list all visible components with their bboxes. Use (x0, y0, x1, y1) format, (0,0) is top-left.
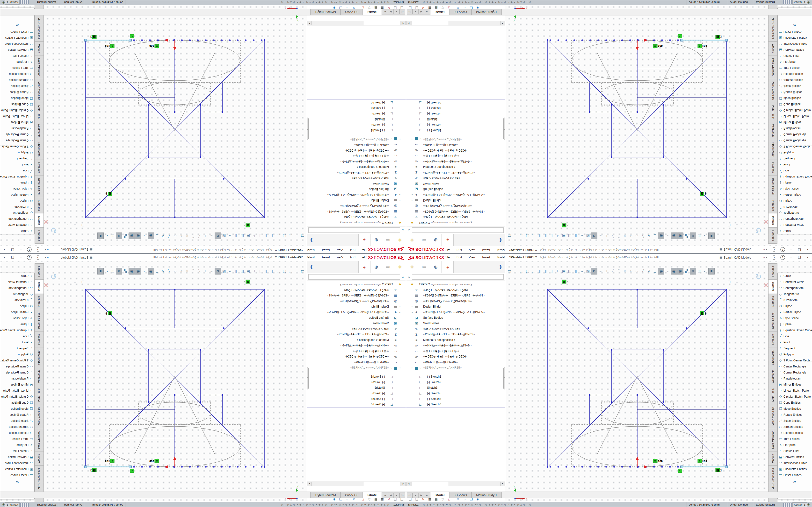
feature-manager-tab[interactable]: ⊕ (430, 261, 442, 273)
tree-row[interactable]: ∟ Sketch3 (307, 385, 406, 390)
feature-manager-tab[interactable]: ❖ (406, 261, 418, 273)
display-toolbar-icon[interactable]: ▦ (373, 497, 379, 502)
user-account-icon[interactable]: ◔ (772, 247, 776, 252)
tab-nav-icon[interactable]: ⏭ (424, 9, 430, 14)
menu-item[interactable]: Insert (318, 246, 333, 253)
feature-manager-tab[interactable]: ❖ (406, 234, 418, 246)
tree-row[interactable]: ∟ (-) Sketch4 (307, 396, 406, 401)
sketch-tool-item[interactable]: ∿ Style Spline (0, 315, 34, 321)
tree-row[interactable]: ∟ (-) Sketch5 (307, 111, 406, 117)
sketch-tool-item[interactable]: ❐ Move Entities (0, 406, 34, 412)
sketch-tool-item[interactable]: ⫍ Offset Entities (0, 472, 34, 478)
sketch-tool-item[interactable]: ▭ Center Rectangle (778, 137, 812, 144)
sketch-tool-item[interactable]: # Segment (778, 156, 812, 162)
sketch-tool-item[interactable]: ∿ Fit Spline (0, 442, 34, 448)
sketch-tool-item[interactable]: ⌒ 3 Point Arc (0, 297, 34, 303)
expand-arrow-icon[interactable]: ▸ (411, 305, 414, 308)
command-tab[interactable]: MBD Dimensions (768, 15, 777, 42)
close-button[interactable]: × (1, 247, 8, 252)
display-toolbar-icon[interactable]: ✎ (386, 497, 392, 502)
display-toolbar-icon[interactable]: ☰ (427, 497, 433, 502)
expand-arrow-icon[interactable]: ▸ (398, 311, 401, 314)
tree-row[interactable]: ⌙ ○ИN◦6Ɛ◦ʟ◎○◦○◎ʟ◦Ɛ6◦ИN○ (406, 359, 505, 365)
sketch-tool-item[interactable]: ◖ Partial Ellipse (0, 192, 34, 198)
document-tab[interactable]: Motion Study 1 (310, 492, 341, 498)
pin-icon[interactable]: ✦ (306, 248, 309, 252)
sketch-tool-item[interactable]: ∿ Fit Spline (778, 442, 812, 448)
command-tab[interactable]: Sketch (768, 213, 777, 228)
display-toolbar-icon[interactable]: ☰ (427, 5, 433, 10)
tree-horizontal-scrollbar[interactable]: ◀ ▶ (406, 481, 505, 486)
sketch-tool-item[interactable]: ◇ 3 Point Center Recta... (0, 357, 34, 363)
command-tab[interactable]: Mesh Modeling (768, 404, 777, 428)
custom-dropdown[interactable]: Custom ▴ (5, 502, 19, 507)
tree-filter-input[interactable] (308, 227, 400, 233)
tree-row[interactable]: ∟ (-) Sketch1 (406, 374, 505, 379)
help-icon[interactable]: ? (27, 255, 32, 260)
tree-row[interactable]: ◪ Surface Bodies (406, 187, 505, 192)
tree-row[interactable]: ▱ ○✛Ɔ5Ɔ◦ʟ○※◉∥○◦○∥◉※○ʟ◦Ɔ5Ɔ✛○ (406, 354, 505, 359)
sketch-tool-item[interactable]: ▱ Parallelogram (778, 125, 812, 131)
sketch-tool-item[interactable]: ▣ Silhouette Entities (778, 35, 812, 41)
command-tab[interactable]: Features (768, 228, 777, 243)
sketch-tool-item[interactable]: ◇ Rotate Entities (778, 89, 812, 95)
tab-nav-icon[interactable]: ▶ (418, 9, 424, 14)
sketch-tool-item[interactable]: ◠ Intersection Curve (778, 460, 812, 466)
scrollbar-thumb[interactable] (364, 21, 400, 25)
sketch-tool-item[interactable]: ◌ Perimeter Circle (778, 279, 812, 285)
command-tab[interactable]: Features (35, 264, 44, 279)
command-tab[interactable]: Weldments (768, 367, 777, 386)
command-tab[interactable]: Surfaces (35, 294, 44, 309)
sketch-tool-item[interactable]: ▯ Corner Rectangle (0, 131, 34, 137)
panel-expand-icon[interactable]: ❯ (499, 238, 505, 243)
tree-row[interactable]: ▸ A ○Ƨ5ИN◎◦✛A✛◎ИNA○◦○AИN◎✛A✛◦◎ИNƧ5○ (406, 309, 505, 315)
menu-item[interactable]: File (441, 246, 453, 253)
display-toolbar-icon[interactable] (453, 498, 455, 501)
command-tab[interactable]: MBD Dimensions (35, 465, 44, 492)
sketch-tool-item[interactable]: ⬚ Stretch Entities (0, 424, 34, 430)
display-toolbar-icon[interactable] (357, 6, 359, 9)
sketch-tool-item[interactable]: ∿ Style Spline (778, 186, 812, 192)
sketch-canvas[interactable]: ▨3 ▨3 =109 =109 ∕ ▨3 Y X (505, 5, 812, 246)
sketch-tool-item[interactable]: ◡ Tangent Arc (0, 210, 34, 216)
tree-row[interactable]: ∟ (-) Sketch2 (307, 379, 406, 385)
sketch-tool-item[interactable]: ◇ Rotate Entities (0, 89, 34, 95)
menu-item[interactable]: File (359, 254, 371, 261)
document-tab[interactable]: Model (363, 492, 381, 498)
sketch-tool-item[interactable]: ⋈ Mirror Entities (778, 382, 812, 388)
sketch-tool-item[interactable]: ▣ Silhouette Entities (0, 466, 34, 472)
sketch-tool-item[interactable]: ⤢ Scale Entities (778, 418, 812, 424)
sketch-tool-item[interactable]: ○ Circle (778, 273, 812, 279)
tree-row[interactable]: Σ ○Ƨ5ИN◎◦✛A∪ПƎ○◦○ƎП∪A✛◦◎ИNƧ5○ (307, 170, 406, 175)
feature-manager-tab[interactable]: ≔ (418, 261, 430, 273)
sketch-tool-item[interactable]: ⟳ Circular Sketch Pattern (0, 107, 34, 113)
display-toolbar-icon[interactable]: ▽ (366, 497, 372, 502)
scroll-left-icon[interactable]: ◀ (401, 21, 406, 25)
sketch-tool-item[interactable]: ⋈ Mirror Entities (778, 119, 812, 125)
display-toolbar-icon[interactable]: ⟳ (455, 497, 461, 502)
tree-row[interactable]: ▦ ○Ƨ5✛ƷƧ5○ИN◎◦✛⊃ƐƷƎU○◦○UƎƷƐ⊃✛◦◎ИN○ (406, 293, 505, 298)
sketch-tool-item[interactable]: ⁘ Linear Sketch Pattern (778, 113, 812, 119)
sketch-tool-item[interactable]: ⫍ Offset Entities (778, 29, 812, 35)
tree-filter-input[interactable] (412, 227, 504, 233)
tree-row[interactable]: ∟ (-) Sketch6 (406, 401, 505, 407)
tree-row[interactable]: ❖ TЯPDL2. ◎Ʒ◎Ш◎◦◎✛◎⊃⊂◎Ʒ◎+◎Ƨ5◎ʟ◎Ʒ (307, 282, 406, 287)
feature-manager-tab[interactable]: ≔ (382, 261, 394, 273)
sketch-tool-item[interactable]: ◠ Centerpoint Arc (778, 216, 812, 222)
tree-row[interactable]: ∟ Sketch3 (406, 385, 505, 390)
tree-row[interactable] (307, 97, 406, 100)
display-toolbar-icon[interactable]: ∟ (360, 497, 366, 502)
search-icon[interactable]: ⌕ (762, 256, 766, 259)
command-tab[interactable]: Sheet Metal (35, 140, 44, 160)
command-tab[interactable]: Weldments (768, 121, 777, 140)
more-tools-icon[interactable]: ≫ (778, 23, 812, 29)
display-toolbar-icon[interactable]: ❏ (414, 5, 419, 10)
display-toolbar-icon[interactable]: ▦ (433, 5, 439, 10)
sketch-tool-item[interactable]: ⤢ Scale Entities (0, 418, 34, 424)
tree-row[interactable] (307, 371, 406, 373)
sketch-tool-item[interactable]: ⌒ 3 Point Arc (778, 297, 812, 303)
sketch-tool-item[interactable]: ⬓ Convert Entities (778, 454, 812, 460)
more-tools-icon[interactable]: ≫ (0, 478, 34, 484)
sketch-tool-item[interactable]: ◡ Tangent Arc (0, 291, 34, 297)
scroll-right-icon[interactable]: ▶ (501, 21, 505, 25)
